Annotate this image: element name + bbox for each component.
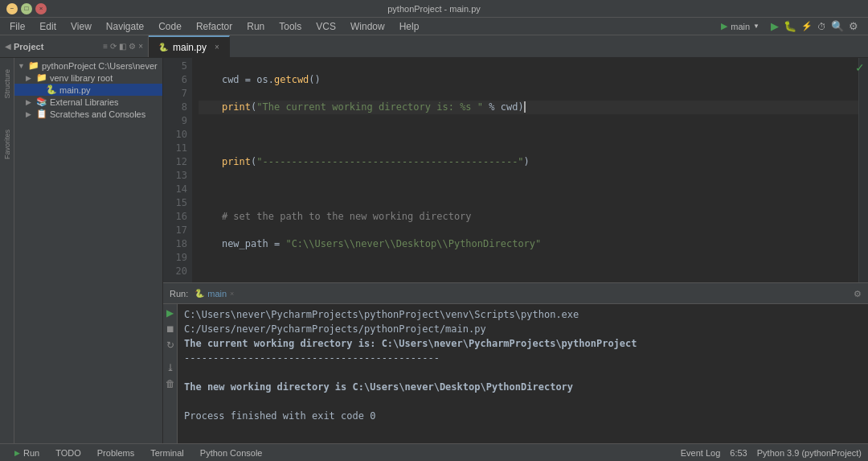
tree-label-scratches: Scratches and Consoles	[50, 109, 145, 119]
run-config-arrow: ▼	[753, 23, 760, 30]
right-gutter: ✓	[858, 58, 868, 282]
tree-item-scratches[interactable]: ▶ 📋 Scratches and Consoles	[14, 108, 162, 120]
proj-tool-4[interactable]: ⚙	[129, 42, 136, 51]
title-bar: − □ × pythonProject - main.py	[0, 0, 868, 18]
output-line-1: C:\Users\never\PycharmProjects\pythonPro…	[184, 307, 862, 336]
code-content[interactable]: cwd = os.getcwd() print("The current wor…	[192, 58, 858, 282]
tab-label: main.py	[173, 42, 207, 53]
ln-12: 12	[163, 155, 187, 169]
py-icon-main: 🐍	[46, 84, 57, 95]
status-tab-todo[interactable]: TODO	[47, 444, 89, 462]
debug-button[interactable]: 🐛	[784, 20, 796, 32]
tree-item-venv[interactable]: ▶ 📁 venv library root	[14, 72, 162, 84]
menu-code[interactable]: Code	[152, 19, 188, 34]
window-controls[interactable]: − □ ×	[6, 3, 47, 14]
ln-9: 9	[163, 114, 187, 128]
run-rerun-button[interactable]: ↻	[166, 340, 174, 351]
menu-view[interactable]: View	[64, 19, 98, 34]
project-tree: ▼ 📁 pythonProject C:\Users\never ▶ 📁 ven…	[14, 58, 162, 443]
status-tab-terminal[interactable]: Terminal	[142, 444, 192, 462]
tree-arrow-root: ▼	[18, 62, 26, 70]
editor-run-container: 5 6 7 8 9 10 11 12 13 14 15 16 17 18 19 …	[163, 58, 868, 443]
tab-main-py[interactable]: 🐍 main.py ×	[149, 35, 230, 57]
tree-item-root[interactable]: ▼ 📁 pythonProject C:\Users\never	[14, 60, 162, 72]
ln-5: 5	[163, 60, 187, 73]
structure-panel-button[interactable]: Structure	[2, 66, 13, 102]
ln-8: 8	[163, 101, 187, 114]
output-line-7: Process finished with exit code 0	[184, 409, 862, 423]
settings-button[interactable]: ⚙	[849, 20, 858, 32]
output-line-4	[184, 365, 862, 380]
proj-tool-5[interactable]: ×	[138, 42, 143, 51]
menu-vcs[interactable]: VCS	[309, 19, 342, 34]
code-line-12	[199, 265, 858, 278]
menu-file[interactable]: File	[3, 19, 31, 34]
status-python-version[interactable]: Python 3.9 (pythonProject)	[757, 448, 862, 458]
ln-18: 18	[163, 237, 187, 251]
status-time: 6:53	[730, 448, 747, 458]
run-tool-right: ⚙	[854, 288, 862, 299]
menu-refactor[interactable]: Refactor	[190, 19, 239, 34]
run-settings-icon[interactable]: ⚙	[854, 289, 862, 298]
menu-help[interactable]: Help	[393, 19, 426, 34]
output-line-3: ----------------------------------------…	[184, 351, 862, 365]
window-title: pythonProject - main.py	[47, 4, 821, 14]
status-tab-python-console[interactable]: Python Console	[192, 444, 271, 462]
minimize-button[interactable]: −	[6, 3, 18, 14]
run-toolbar: Run: 🐍 main × ⚙	[163, 283, 868, 304]
run-stop-button[interactable]: ⏹	[166, 323, 175, 335]
folder-icon-ext: 📚	[36, 97, 47, 107]
search-everywhere-button[interactable]: 🔍	[831, 20, 844, 32]
status-run-label: Run	[23, 448, 39, 458]
menu-bar: File Edit View Navigate Code Refactor Ru…	[0, 18, 868, 35]
run-tab-icon: 🐍	[194, 289, 204, 298]
run-config[interactable]: ▶ main ▼	[714, 19, 766, 33]
status-event-log[interactable]: Event Log	[681, 448, 721, 458]
menu-tools[interactable]: Tools	[272, 19, 308, 34]
tab-close-icon[interactable]: ×	[215, 43, 219, 51]
proj-tool-2[interactable]: ⟳	[110, 42, 117, 51]
project-collapse-icon[interactable]: ◀	[5, 42, 11, 51]
proj-tool-1[interactable]: ≡	[103, 42, 108, 51]
code-editor[interactable]: 5 6 7 8 9 10 11 12 13 14 15 16 17 18 19 …	[163, 58, 868, 282]
run-side-icons: ▶ ⏹ ↻ ⤓ 🗑	[163, 304, 178, 443]
menu-navigate[interactable]: Navigate	[100, 19, 150, 34]
run-config-name: main	[731, 22, 750, 31]
maximize-button[interactable]: □	[21, 3, 32, 14]
run-clear-button[interactable]: 🗑	[166, 378, 175, 389]
status-todo-label: TODO	[55, 448, 81, 458]
project-header: ◀ Project ≡ ⟳ ◧ ⚙ ×	[0, 35, 149, 57]
menu-window[interactable]: Window	[344, 19, 391, 34]
proj-tool-3[interactable]: ◧	[119, 42, 126, 51]
tree-label-venv: venv library root	[50, 73, 113, 83]
status-terminal-label: Terminal	[150, 448, 184, 458]
run-play-button[interactable]: ▶	[166, 307, 174, 319]
run-scroll-end-button[interactable]: ⤓	[166, 362, 174, 373]
close-button[interactable]: ×	[35, 3, 47, 14]
tab-bar: ◀ Project ≡ ⟳ ◧ ⚙ × 🐍 main.py ×	[0, 35, 868, 58]
code-line-9	[199, 183, 858, 196]
tree-item-main-py[interactable]: ▶ 🐍 main.py	[14, 84, 162, 96]
ln-20: 20	[163, 265, 187, 278]
status-python-console-label: Python Console	[200, 448, 263, 458]
menu-edit[interactable]: Edit	[33, 19, 63, 34]
menu-run[interactable]: Run	[240, 19, 271, 34]
run-tab-main[interactable]: 🐍 main ×	[194, 289, 234, 298]
run-label: Run:	[170, 289, 188, 298]
tree-label-main: main.py	[59, 85, 91, 95]
status-tab-run[interactable]: ▶ Run	[6, 444, 47, 462]
status-problems-label: Problems	[97, 448, 134, 458]
tree-item-ext-lib[interactable]: ▶ 📚 External Libraries	[14, 96, 162, 108]
run-tab-name: main	[207, 289, 227, 298]
run-tab-close[interactable]: ×	[230, 290, 234, 298]
favorites-panel-button[interactable]: Favorites	[2, 126, 13, 163]
run-button[interactable]: ▶	[771, 20, 779, 32]
profile-button[interactable]: ⏱	[817, 22, 826, 31]
ln-10: 10	[163, 128, 187, 142]
code-line-6: print("The current working directory is:…	[199, 101, 858, 114]
folder-icon-scratches: 📋	[36, 109, 47, 119]
coverage-button[interactable]: ⚡	[801, 21, 813, 31]
run-content-area: ▶ ⏹ ↻ ⤓ 🗑 C:\Users\never\PycharmProjects…	[163, 304, 868, 443]
status-tab-problems[interactable]: Problems	[89, 444, 142, 462]
ln-16: 16	[163, 210, 187, 224]
